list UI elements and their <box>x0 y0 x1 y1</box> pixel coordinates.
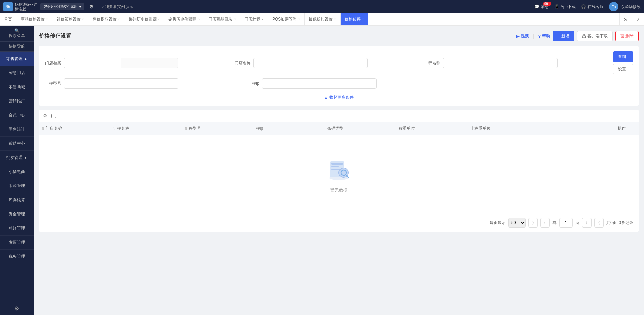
store-file-picker-btn[interactable]: … <box>121 58 179 68</box>
set-button[interactable]: 设置 <box>613 64 633 74</box>
sidebar-item-finance[interactable]: 资金管理 <box>0 207 34 221</box>
query-button[interactable]: 查询 <box>613 51 633 62</box>
user-menu[interactable]: Ea 徐泽华修改 <box>609 2 641 11</box>
filter-row-2: 秤型号 秤ip <box>44 78 633 89</box>
delete-button[interactable]: 面 删除 <box>615 31 639 41</box>
th-store-name: ⇅ 门店名称 <box>39 122 110 135</box>
th-operations: 操作 <box>605 122 639 135</box>
tab-product-price[interactable]: 商品价格设置 × <box>16 13 52 25</box>
pagination-page-input[interactable] <box>559 218 573 228</box>
collapse-up-icon: ▲ <box>324 95 328 100</box>
select-all-checkbox[interactable] <box>51 114 56 118</box>
tab-home[interactable]: 首页 <box>0 13 16 25</box>
pagination-last[interactable]: ⟩⟩ <box>594 218 604 228</box>
video-link[interactable]: ▶ 视频 <box>516 33 529 39</box>
filter-scale-name: 秤名称 <box>424 58 608 68</box>
sidebar-bottom-settings[interactable]: ⚙ <box>11 302 23 315</box>
page-actions: ▶ 视频 | ? 帮助 + 新增 凸 客户端下载 面 删除 <box>516 31 639 41</box>
sidebar-item-retail-mall[interactable]: 零售商城 <box>0 80 34 94</box>
sort-icon-scalename[interactable]: ⇅ <box>113 127 116 130</box>
tab-sale-history[interactable]: 销售历史价跟踪 × <box>164 13 204 25</box>
demo-link[interactable]: ○ 我要看实例演示 <box>101 4 133 10</box>
pagination-next[interactable]: ⟩ <box>582 218 592 228</box>
sidebar-search[interactable]: 🔍 搜索菜单 <box>0 26 34 42</box>
per-page-select[interactable]: 50 10 20 100 <box>508 218 526 228</box>
sidebar-item-smart-store[interactable]: 智慧门店 <box>0 66 34 80</box>
sidebar-item-wholesale[interactable]: 批发管理 ▼ <box>0 151 34 165</box>
table-settings-icon[interactable]: ⚙ <box>43 113 47 118</box>
sidebar-item-invoice[interactable]: 发票管理 <box>0 236 34 250</box>
close-tab-pos-encrypt[interactable]: × <box>298 18 300 21</box>
sidebar-item-ecommerce[interactable]: 小畅电商 <box>0 165 34 179</box>
sort-icon-store[interactable]: ⇅ <box>42 127 44 130</box>
sidebar-item-help[interactable]: 帮助中心 <box>0 137 34 151</box>
download-client-button[interactable]: 凸 客户端下载 <box>577 31 612 41</box>
topbar-settings-icon[interactable]: ⚙ <box>86 2 96 11</box>
app-download-button[interactable]: 📱 App下载 <box>554 4 576 10</box>
pagination: 每页显示 50 10 20 100 ⟨⟨ ⟨ 算 页 ⟩ ⟩⟩ 共0页, 0条记… <box>39 214 639 232</box>
maximize-tab[interactable]: ⤢ <box>632 13 644 26</box>
scale-name-input[interactable] <box>443 58 558 68</box>
sidebar-item-tax[interactable]: 税务管理 <box>0 250 34 264</box>
pagination-first[interactable]: ⟨⟨ <box>528 218 538 228</box>
collapse-button[interactable]: ▲ 收起更多条件 <box>324 93 354 100</box>
close-tab-store-archive[interactable]: × <box>262 18 264 21</box>
sidebar-item-member[interactable]: 会员中心 <box>0 108 34 123</box>
pagination-prev[interactable]: ⟨ <box>540 218 550 228</box>
online-service-button[interactable]: 🎧 在线客服 <box>581 4 604 10</box>
close-tab-purchase-strategy[interactable]: × <box>82 18 84 21</box>
help-label: 帮助中心 <box>9 141 25 146</box>
close-tab-purchase-history[interactable]: × <box>158 18 160 21</box>
close-tab-sale-history[interactable]: × <box>198 18 200 21</box>
scale-ip-input[interactable] <box>262 78 377 89</box>
tab-store-archive[interactable]: 门店档案 × <box>240 13 268 25</box>
sidebar-item-retail[interactable]: 零售管理 ▲ <box>0 52 34 66</box>
scale-ip-label: 秤ip <box>243 81 259 86</box>
tab-pos-encrypt[interactable]: POS加密管理 × <box>268 13 305 25</box>
tab-store-catalog[interactable]: 门店商品目录 × <box>204 13 240 25</box>
wholesale-label: 批发管理 <box>6 155 23 161</box>
store-name-input[interactable] <box>253 58 368 68</box>
close-tab-store-catalog[interactable]: × <box>234 18 236 21</box>
topbar-right: 💬 消息 99+ 📱 App下载 🎧 在线客服 Ea 徐泽华修改 <box>534 2 641 11</box>
sidebar-item-ledger[interactable]: 总账管理 <box>0 221 34 236</box>
add-button[interactable]: + 新增 <box>553 31 574 41</box>
search-icon: 🔍 <box>2 28 32 33</box>
sidebar-item-purchase[interactable]: 采购管理 <box>0 179 34 193</box>
tab-purchase-strategy-label: 进价策略设置 <box>57 16 81 22</box>
content-area: 价格传秤设置 ▶ 视频 | ? 帮助 + 新增 凸 客户端下载 面 删除 <box>34 26 644 315</box>
sidebar-item-retail-stats[interactable]: 零售统计 <box>0 123 34 137</box>
scale-model-input[interactable] <box>64 78 178 89</box>
store-file-input[interactable] <box>64 58 121 68</box>
sidebar-item-inventory[interactable]: 库存核算 <box>0 193 34 207</box>
search-label: 搜索菜单 <box>2 33 32 39</box>
tab-purchase-strategy[interactable]: 进价策略设置 × <box>52 13 88 25</box>
close-tab-min-discount[interactable]: × <box>334 18 336 21</box>
sort-icon-model[interactable]: ⇅ <box>185 127 187 130</box>
tab-pos-encrypt-label: POS加密管理 <box>272 16 297 22</box>
close-tab-price-transfer[interactable]: × <box>362 18 364 21</box>
sidebar-item-marketing[interactable]: 营销推广 <box>0 94 34 108</box>
tab-purchase-history[interactable]: 采购历史价跟踪 × <box>124 13 165 25</box>
pagination-page-word: 算 <box>552 220 557 226</box>
version-selector[interactable]: 好业财标准版交付试用 ▾ <box>40 3 84 10</box>
close-tab-sale-extract[interactable]: × <box>118 18 120 21</box>
svg-rect-2 <box>331 163 343 165</box>
tab-sale-extract[interactable]: 售价提取设置 × <box>88 13 124 25</box>
close-tab-product-price[interactable]: × <box>46 18 48 21</box>
logo-icon: 畅 <box>3 2 13 11</box>
th-barcode-type: 条码类型 <box>325 122 396 135</box>
close-all-tabs[interactable]: ✕ <box>620 13 632 26</box>
table-toolbar: ⚙ <box>39 110 639 122</box>
messages-button[interactable]: 💬 消息 99+ <box>534 4 549 10</box>
tab-controls: ✕ ⤢ <box>619 13 644 26</box>
pagination-summary: 共0页, 0条记录 <box>606 220 633 226</box>
filter-scale-model: 秤型号 <box>44 78 237 89</box>
tab-min-discount[interactable]: 最低折扣设置 × <box>305 13 341 25</box>
help-label: 帮助 <box>542 33 550 39</box>
empty-state: 暂无数据 <box>39 135 639 214</box>
sidebar-quicknav[interactable]: 快捷导航 <box>0 42 34 52</box>
empty-illustration <box>325 155 352 182</box>
tab-price-transfer[interactable]: 价格传秤 × <box>341 13 368 25</box>
help-link[interactable]: ? 帮助 <box>538 33 550 39</box>
